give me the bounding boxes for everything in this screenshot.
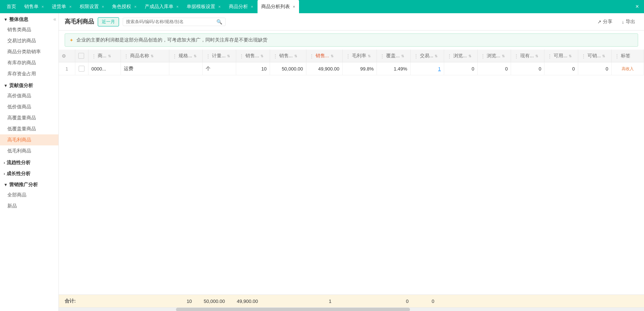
sidebar-item-sales-goods[interactable]: 销售类商品 [0,24,58,35]
row-checkbox[interactable] [79,66,84,72]
footer-browse1 [331,299,357,304]
sidebar-group-marketing[interactable]: ▼ 营销推广分析 [0,178,58,189]
sidebar-item-new-goods[interactable]: 新品 [0,200,58,211]
arrow-icon: ▼ [4,17,8,22]
resize-handle: ⋮ [309,53,314,59]
sort-icon[interactable]: ⇅ [294,54,297,58]
sidebar-group-overall[interactable]: ▼ 整体信息 [0,13,58,24]
sidebar-item-stock-capital[interactable]: 库存资金占用 [0,68,58,79]
nav-product-analysis-list[interactable]: 商品分析列表 × [258,0,299,13]
sort-icon[interactable]: ⇅ [435,54,438,58]
cell-spec [169,62,203,75]
sort-icon[interactable]: ⇅ [401,54,404,58]
close-icon[interactable]: × [42,4,44,9]
window-close-button[interactable]: × [633,3,641,10]
th-name[interactable]: ⋮ 商品名称 ⇅ [120,50,169,62]
sort-icon[interactable]: ⇅ [368,54,371,58]
sidebar-collapse-button[interactable]: « [53,16,56,22]
scrollbar-thumb[interactable] [176,308,410,311]
filter-last-month-button[interactable]: 近一月 [98,17,119,26]
tag-label: 高收入 [622,66,634,71]
th-spec[interactable]: ⋮ 规格... ⇅ [169,50,203,62]
th-unit[interactable]: ⋮ 计量... ⇅ [203,50,236,62]
close-icon[interactable]: × [176,4,179,9]
resize-handle: ⋮ [273,53,278,59]
search-icon[interactable]: 🔍 [216,19,222,25]
close-icon[interactable]: × [218,4,220,9]
sidebar-item-high-value[interactable]: 高价值商品 [0,90,58,101]
nav-product-analysis[interactable]: 商品分析 × [225,0,257,13]
sort-icon[interactable]: ⇅ [468,54,471,58]
resize-handle: ⋮ [481,53,485,59]
horizontal-scrollbar[interactable] [59,307,644,311]
th-cover[interactable]: ⋮ 覆盖... ⇅ [377,50,410,62]
search-input[interactable] [126,19,214,24]
close-icon[interactable]: × [251,4,253,9]
arrow-icon: › [4,160,5,165]
cell-checkbox[interactable] [75,62,88,75]
close-icon[interactable]: × [293,4,295,9]
nav-role[interactable]: 角色授权 × [108,0,140,13]
sidebar-group-trend[interactable]: › 流趋性分析 [0,156,58,167]
th-sales-qty[interactable]: ⋮ 销售... ⇅ [236,50,270,62]
content-area: 高毛利商品 近一月 🔍 ↗ 分享 ↓ 导出 ✦ 企业的主要的利润都是这部分商品创… [59,13,644,311]
share-button[interactable]: ↗ 分享 [594,17,615,26]
th-browse1[interactable]: ⋮ 浏览... ⇅ [444,50,477,62]
settings-icon[interactable]: ⚙ [62,53,66,59]
nav-permission[interactable]: 权限设置 × [76,0,108,13]
th-available[interactable]: ⋮ 可用... ⇅ [544,50,578,62]
select-all-checkbox[interactable] [78,53,84,59]
th-sales-cost[interactable]: ⋮ 销售... ⇅ [306,50,342,62]
cell-sales-cost: 49,900.00 [306,62,342,75]
sidebar-item-instock-goods[interactable]: 有库存的商品 [0,57,58,68]
nav-purchase[interactable]: 进货单 × [48,0,75,13]
th-browse2[interactable]: ⋮ 浏览... ⇅ [478,50,511,62]
footer-actual: 0 [383,299,409,304]
sidebar-group-contribution[interactable]: ▼ 贡献值分析 [0,79,58,90]
close-icon[interactable]: × [69,4,71,9]
sidebar-item-category-rate[interactable]: 商品分类助销率 [0,46,58,57]
trade-link[interactable]: 1 [438,66,441,72]
footer-label: 合计: [65,298,76,304]
sidebar-item-low-coverage[interactable]: 低覆盖量商品 [0,123,58,134]
nav-product-storage[interactable]: 产成品入库单 × [141,0,182,13]
share-icon: ↗ [597,19,601,25]
th-code[interactable]: ⋮ 商... ⇅ [88,50,120,62]
nav-home[interactable]: 首页 [3,0,20,13]
sort-icon[interactable]: ⇅ [108,54,111,58]
sort-icon[interactable]: ⇅ [569,54,572,58]
sidebar-group-growth[interactable]: › 成长性分析 [0,167,58,178]
sort-icon[interactable]: ⇅ [602,54,605,58]
nav-sales[interactable]: 销售单 × [21,0,47,13]
th-tag[interactable]: ⋮ 标签 [611,50,644,62]
resize-handle: ⋮ [380,53,385,59]
resize-handle: ⋮ [581,53,586,59]
sidebar-item-all-goods[interactable]: 全部商品 [0,189,58,200]
sidebar-item-low-margin[interactable]: 低毛利商品 [0,145,58,156]
resize-handle: ⋮ [91,53,96,59]
sort-icon[interactable]: ⇅ [502,54,505,58]
sort-icon[interactable]: ⇅ [331,54,334,58]
sort-icon[interactable]: ⇅ [194,54,197,58]
th-saleable[interactable]: ⋮ 可销... ⇅ [578,50,611,62]
cell-gross-rate: 99.8% [342,62,377,75]
th-gross-rate[interactable]: ⋮ 毛利率 ⇅ [342,50,377,62]
sort-icon[interactable]: ⇅ [227,54,230,58]
sidebar-item-traded-goods[interactable]: 交易过的商品 [0,35,58,46]
cell-actual: 0 [511,62,544,75]
close-icon[interactable]: × [102,4,104,9]
sort-icon[interactable]: ⇅ [535,54,538,58]
nav-template[interactable]: 单据模板设置 × [183,0,224,13]
sort-icon[interactable]: ⇅ [151,54,154,58]
sidebar-item-high-margin[interactable]: 高毛利商品 [0,134,58,145]
th-sales-amt[interactable]: ⋮ 销售... ⇅ [270,50,306,62]
th-actual[interactable]: ⋮ 现有... ⇅ [511,50,544,62]
sidebar-item-high-coverage[interactable]: 高覆盖量商品 [0,112,58,123]
export-button[interactable]: ↓ 导出 [619,17,638,26]
sort-icon[interactable]: ⇅ [260,54,263,58]
th-trade[interactable]: ⋮ 交易... ⇅ [410,50,444,62]
footer-bar: 合计: 10 50,000.00 49,900.00 1 0 0 [59,294,644,307]
cell-trade[interactable]: 1 [410,62,444,75]
close-icon[interactable]: × [134,4,136,9]
sidebar-item-low-value[interactable]: 低价值商品 [0,101,58,112]
